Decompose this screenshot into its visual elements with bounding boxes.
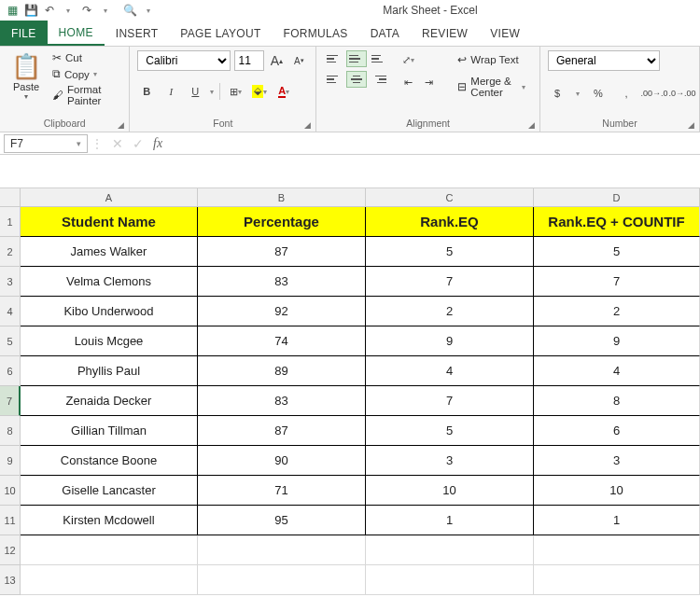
cell[interactable]: Constance Boone [21,446,198,476]
cancel-formula-icon[interactable]: ✕ [112,136,123,151]
fx-icon[interactable]: fx [153,136,162,151]
tab-view[interactable]: VIEW [479,21,531,46]
cell[interactable]: Rank.EQ [366,207,534,237]
cell[interactable] [534,535,700,565]
cell[interactable] [198,535,366,565]
align-top-button[interactable] [324,50,344,67]
cell[interactable]: 3 [366,446,534,476]
row-header-4[interactable]: 4 [0,297,21,326]
align-middle-button[interactable] [346,50,367,67]
cell[interactable]: James Walker [21,237,198,267]
cell[interactable]: 71 [198,476,366,506]
cell[interactable]: 2 [366,297,534,326]
undo-icon[interactable]: ↶ [43,4,56,17]
row-header-10[interactable]: 10 [0,476,21,506]
row-header-6[interactable]: 6 [0,356,21,386]
enter-formula-icon[interactable]: ✓ [133,136,144,151]
select-all-corner[interactable] [0,188,21,207]
cell[interactable] [21,535,198,565]
merge-center-button[interactable]: ⊟Merge & Center▾ [451,73,532,101]
cell[interactable]: 95 [198,506,366,535]
paste-button[interactable]: 📋 Paste ▾ [7,50,45,116]
cell[interactable]: 4 [534,356,700,386]
redo-icon[interactable]: ↷ [80,4,93,17]
cell[interactable]: 5 [366,237,534,267]
row-header-9[interactable]: 9 [0,446,21,476]
wrap-text-button[interactable]: ↩Wrap Text [451,50,532,69]
cell[interactable]: 1 [534,506,700,535]
italic-button[interactable]: I [161,82,180,101]
number-format-select[interactable]: General [548,50,660,71]
comma-format-button[interactable]: , [617,84,636,103]
col-header-a[interactable]: A [21,188,198,207]
undo-menu-icon[interactable]: ▾ [62,4,75,17]
align-center-button[interactable] [346,71,367,88]
cell[interactable]: 9 [534,326,700,356]
tab-data[interactable]: DATA [359,21,411,46]
align-left-button[interactable] [324,71,344,88]
cell[interactable] [366,535,534,565]
align-bottom-button[interactable] [369,50,389,67]
cell[interactable]: 5 [534,237,700,267]
cell[interactable]: 7 [366,386,534,416]
cell[interactable]: Percentage [198,207,366,237]
tab-file[interactable]: FILE [0,21,48,46]
row-header-12[interactable]: 12 [0,535,21,565]
preview-menu-icon[interactable]: ▾ [142,4,155,17]
save-icon[interactable]: 💾 [24,4,37,17]
decrease-indent-button[interactable]: ⇤ [399,73,417,91]
font-name-select[interactable]: Calibri [137,50,230,71]
bold-button[interactable]: B [137,82,156,101]
cell[interactable]: 87 [198,416,366,446]
cell[interactable]: 9 [366,326,534,356]
cell[interactable]: 3 [534,446,700,476]
cell[interactable]: 10 [534,476,700,506]
orientation-button[interactable]: ⤢▾ [399,50,417,69]
cell[interactable]: 92 [198,297,366,326]
row-header-7[interactable]: 7 [0,386,21,416]
cell[interactable] [534,565,700,595]
cell[interactable] [198,565,366,595]
increase-decimal-button[interactable]: .00→.0 [645,84,664,103]
cell[interactable]: 2 [534,297,700,326]
cell[interactable]: 89 [198,356,366,386]
cell[interactable]: 74 [198,326,366,356]
decrease-decimal-button[interactable]: .0→.00 [673,84,692,103]
shrink-font-button[interactable]: A▾ [289,51,308,70]
accounting-format-button[interactable]: $ [548,84,567,103]
tab-home[interactable]: HOME [48,21,105,46]
cell[interactable]: 6 [534,416,700,446]
cell[interactable] [366,565,534,595]
cell[interactable]: 4 [366,356,534,386]
fill-color-button[interactable]: ⬙▾ [250,82,269,101]
row-header-8[interactable]: 8 [0,416,21,446]
row-header-3[interactable]: 3 [0,267,21,297]
grow-font-button[interactable]: A▴ [268,51,287,70]
cell[interactable]: 83 [198,267,366,297]
clipboard-dialog-launcher-icon[interactable]: ◢ [118,120,127,130]
col-header-b[interactable]: B [198,188,366,207]
print-preview-icon[interactable]: 🔍 [123,4,136,17]
font-color-button[interactable]: A▾ [274,82,293,101]
borders-button[interactable]: ⊞▾ [226,82,245,101]
tab-insert[interactable]: INSERT [105,21,170,46]
align-right-button[interactable] [369,71,389,88]
font-dialog-launcher-icon[interactable]: ◢ [304,120,314,130]
row-header-5[interactable]: 5 [0,326,21,356]
cell[interactable]: Rank.EQ + COUNTIF [534,207,700,237]
cell[interactable]: 83 [198,386,366,416]
row-header-2[interactable]: 2 [0,237,21,267]
cell[interactable]: Kirsten Mcdowell [21,506,198,535]
underline-button[interactable]: U [186,82,204,101]
name-box[interactable]: F7▾ [4,134,88,153]
cell[interactable]: 87 [198,237,366,267]
cell[interactable]: 10 [366,476,534,506]
alignment-dialog-launcher-icon[interactable]: ◢ [528,120,538,130]
cell[interactable]: 90 [198,446,366,476]
cell[interactable]: 7 [534,267,700,297]
increase-indent-button[interactable]: ⇥ [419,73,438,91]
row-header-11[interactable]: 11 [0,506,21,535]
cell[interactable]: Zenaida Decker [21,386,198,416]
cell[interactable]: 5 [366,416,534,446]
format-painter-button[interactable]: 🖌Format Painter [50,83,121,107]
